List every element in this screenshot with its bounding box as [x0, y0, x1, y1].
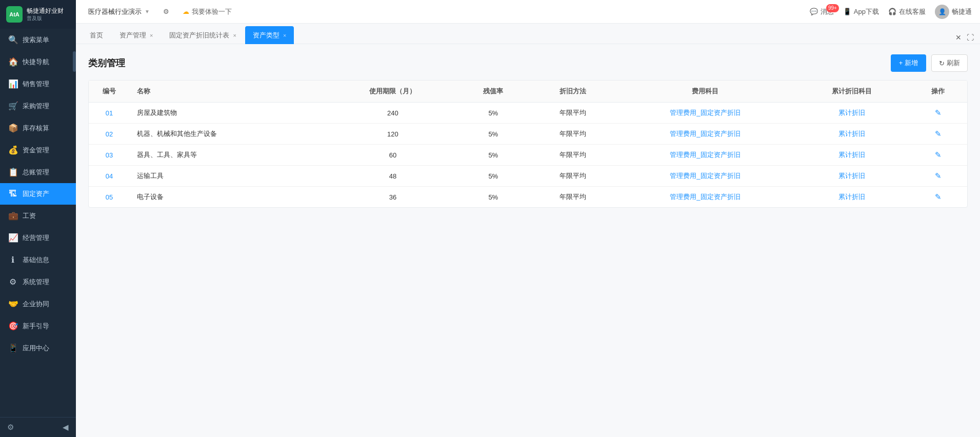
refresh-button[interactable]: ↻ 刷新	[931, 54, 968, 72]
user-profile[interactable]: 👤 畅捷通	[935, 5, 972, 19]
cell-method: 年限平均	[529, 103, 616, 124]
edit-icon[interactable]: ✎	[935, 171, 942, 180]
table-row: 01 房屋及建筑物 240 5% 年限平均 管理费用_固定资产折旧 累计折旧 ✎	[89, 103, 967, 124]
sidebar-item-purchase[interactable]: 🛒 采购管理	[0, 95, 76, 117]
cooperation-icon: 🤝	[8, 299, 17, 309]
sidebar-item-inventory[interactable]: 📦 库存核算	[0, 117, 76, 139]
sidebar-item-sales[interactable]: 📊 销售管理	[0, 73, 76, 95]
avatar: 👤	[935, 5, 949, 19]
sidebar-item-system[interactable]: ⚙ 系统管理	[0, 271, 76, 293]
purchase-icon: 🛒	[8, 101, 17, 111]
cell-residual: 5%	[457, 187, 529, 208]
sidebar-label-search: 搜索菜单	[23, 35, 49, 45]
sidebar-label-general-ledger: 总账管理	[23, 168, 49, 177]
message-badge: 99+	[826, 4, 839, 12]
inventory-icon: 📦	[8, 123, 17, 133]
cell-expense: 管理费用_固定资产折旧	[616, 187, 794, 208]
cell-residual: 5%	[457, 166, 529, 187]
tab-asset-type[interactable]: 资产类型 ×	[245, 26, 294, 44]
window-close-btn[interactable]: ✕	[955, 33, 962, 42]
service-button[interactable]: 🎧 在线客服	[888, 7, 926, 16]
message-button[interactable]: 💬 消息 99+	[810, 7, 834, 16]
sidebar-scrollbar-thumb[interactable]	[73, 51, 76, 72]
cell-expense: 管理费用_固定资产折旧	[616, 145, 794, 166]
table: 编号 名称 使用期限（月） 残值率 折旧方法 费用科目 累计折旧科目 操作 01…	[89, 81, 967, 207]
col-header-period: 使用期限（月）	[329, 81, 457, 103]
sidebar-item-basic-info[interactable]: ℹ 基础信息	[0, 249, 76, 271]
new-button[interactable]: + 新增	[891, 54, 926, 72]
cell-action[interactable]: ✎	[909, 145, 967, 166]
main-area: 医疗器械行业演示 ▼ ⚙ ☁ 我要体验一下 💬 消息 99+ 📱 App下载 🎧…	[76, 0, 980, 437]
sidebar-item-app-center[interactable]: 📱 应用中心	[0, 337, 76, 359]
experience-button[interactable]: ☁ 我要体验一下	[183, 7, 232, 16]
col-header-action: 操作	[909, 81, 967, 103]
cell-name: 房屋及建筑物	[130, 103, 329, 124]
settings-icon: ⚙	[163, 8, 169, 15]
cell-name: 机器、机械和其他生产设备	[130, 124, 329, 145]
refresh-label: 刷新	[947, 58, 960, 68]
sidebar-footer: ⚙ ◀	[0, 417, 76, 437]
col-header-name: 名称	[130, 81, 329, 103]
edit-icon[interactable]: ✎	[935, 129, 942, 138]
tab-asset-mgmt[interactable]: 资产管理 ×	[112, 26, 161, 44]
tab-fixed-asset-table[interactable]: 固定资产折旧统计表 ×	[162, 26, 244, 44]
cell-action[interactable]: ✎	[909, 124, 967, 145]
tab-asset-type-close[interactable]: ×	[283, 32, 286, 38]
sidebar-item-fixed-assets[interactable]: 🏗 固定资产	[0, 183, 76, 205]
tab-asset-mgmt-close[interactable]: ×	[150, 32, 153, 38]
sidebar-item-quick-nav[interactable]: 🏠 快捷导航	[0, 51, 76, 73]
topbar-settings-button[interactable]: ⚙	[159, 5, 173, 19]
window-expand-btn[interactable]: ⛶	[967, 33, 974, 42]
sidebar-label-purchase: 采购管理	[23, 102, 49, 111]
cell-method: 年限平均	[529, 124, 616, 145]
app-download-button[interactable]: 📱 App下载	[843, 7, 879, 16]
cell-residual: 5%	[457, 145, 529, 166]
app-center-icon: 📱	[8, 343, 17, 353]
operations-icon: 📈	[8, 233, 17, 243]
cell-accumulated: 累计折旧	[794, 103, 909, 124]
table-row: 03 器具、工具、家具等 60 5% 年限平均 管理费用_固定资产折旧 累计折旧…	[89, 145, 967, 166]
sidebar-item-cooperation[interactable]: 🤝 企业协同	[0, 293, 76, 315]
message-icon: 💬	[810, 8, 818, 15]
sidebar-label-app-center: 应用中心	[23, 344, 49, 353]
edit-icon[interactable]: ✎	[935, 192, 942, 201]
experience-label: 我要体验一下	[192, 7, 232, 16]
tab-fixed-asset-table-label: 固定资产折旧统计表	[169, 31, 229, 40]
sidebar-item-payroll[interactable]: 💼 工资	[0, 205, 76, 227]
service-label: 在线客服	[899, 7, 926, 16]
sidebar-item-operations[interactable]: 📈 经营管理	[0, 227, 76, 249]
cell-action[interactable]: ✎	[909, 187, 967, 208]
ledger-icon: 📋	[8, 167, 17, 177]
refresh-icon: ↻	[939, 59, 945, 67]
col-header-expense: 费用科目	[616, 81, 794, 103]
payroll-icon: 💼	[8, 211, 17, 221]
cell-accumulated: 累计折旧	[794, 145, 909, 166]
module-selector[interactable]: 医疗器械行业演示 ▼	[84, 5, 154, 18]
sidebar-label-quick-nav: 快捷导航	[23, 57, 49, 67]
col-header-accumulated: 累计折旧科目	[794, 81, 909, 103]
module-dropdown-arrow: ▼	[145, 9, 150, 14]
cell-residual: 5%	[457, 124, 529, 145]
sidebar-settings-icon[interactable]: ⚙	[7, 423, 14, 432]
cell-action[interactable]: ✎	[909, 166, 967, 187]
edit-icon[interactable]: ✎	[935, 150, 942, 159]
tab-fixed-asset-table-close[interactable]: ×	[233, 32, 236, 38]
edit-icon[interactable]: ✎	[935, 108, 942, 117]
finance-icon: 💰	[8, 145, 17, 155]
cell-action[interactable]: ✎	[909, 103, 967, 124]
cell-id: 01	[89, 103, 130, 124]
sidebar-nav: 🔍 搜索菜单 🏠 快捷导航 📊 销售管理 🛒 采购管理 📦 库存核算 💰 资金管…	[0, 29, 76, 417]
sidebar-label-sales: 销售管理	[23, 80, 49, 89]
sidebar-item-general-ledger[interactable]: 📋 总账管理	[0, 161, 76, 183]
sidebar-collapse-icon[interactable]: ◀	[63, 423, 69, 432]
sidebar-item-guide[interactable]: 🎯 新手引导	[0, 315, 76, 337]
sidebar-item-finance[interactable]: 💰 资金管理	[0, 139, 76, 161]
sidebar-item-search[interactable]: 🔍 搜索菜单	[0, 29, 76, 51]
tab-home[interactable]: 首页	[82, 26, 111, 44]
cell-id: 05	[89, 187, 130, 208]
table-body: 01 房屋及建筑物 240 5% 年限平均 管理费用_固定资产折旧 累计折旧 ✎…	[89, 103, 967, 208]
col-header-method: 折旧方法	[529, 81, 616, 103]
cell-period: 120	[329, 124, 457, 145]
sidebar-label-inventory: 库存核算	[23, 124, 49, 133]
table-row: 05 电子设备 36 5% 年限平均 管理费用_固定资产折旧 累计折旧 ✎	[89, 187, 967, 208]
